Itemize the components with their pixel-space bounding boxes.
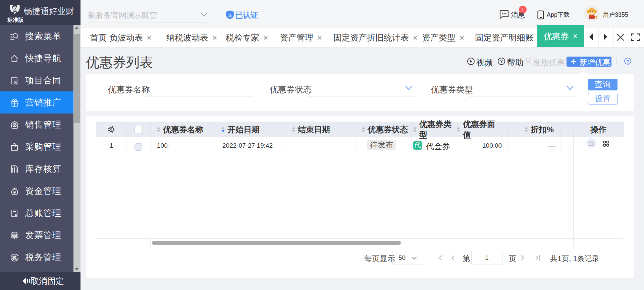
svg-text:?: ? <box>626 59 629 64</box>
svg-text:企: 企 <box>228 13 232 17</box>
svg-text:税: 税 <box>12 255 17 260</box>
svg-text:?: ? <box>500 59 503 64</box>
